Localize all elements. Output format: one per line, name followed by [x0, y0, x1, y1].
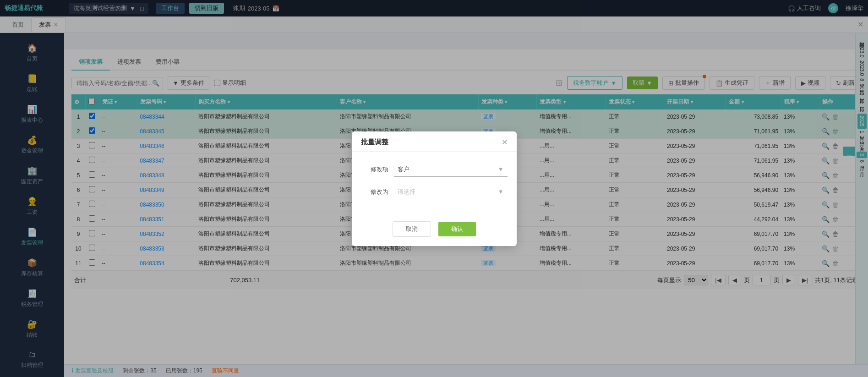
modify-to-label: 修改为	[361, 188, 388, 196]
batch-adjust-modal: 批量调整 ✕ 修改项 客户 ▼ 修改为 请选择 ▼ 取消 确认	[352, 131, 517, 246]
modify-to-dropdown-icon: ▼	[498, 188, 504, 195]
modal-overlay: 批量调整 ✕ 修改项 客户 ▼ 修改为 请选择 ▼ 取消 确认	[0, 0, 868, 377]
modal-title: 批量调整	[361, 138, 388, 147]
modify-field-dropdown-icon: ▼	[498, 166, 504, 173]
modify-to-select[interactable]: 请选择 ▼	[394, 185, 508, 199]
modify-field-row: 修改项 客户 ▼	[361, 163, 508, 177]
modify-to-row: 修改为 请选择 ▼	[361, 185, 508, 199]
modal-footer: 取消 确认	[352, 217, 517, 246]
modify-field-label: 修改项	[361, 165, 388, 174]
modal-confirm-button[interactable]: 确认	[438, 222, 476, 236]
modify-field-select[interactable]: 客户 ▼	[394, 163, 508, 177]
modal-body: 修改项 客户 ▼ 修改为 请选择 ▼	[352, 152, 517, 217]
modal-close-button[interactable]: ✕	[502, 138, 508, 147]
modify-to-placeholder: 请选择	[398, 188, 415, 196]
modal-cancel-button[interactable]: 取消	[393, 221, 431, 237]
modify-field-value: 客户	[398, 165, 409, 174]
modal-header: 批量调整 ✕	[352, 131, 517, 152]
